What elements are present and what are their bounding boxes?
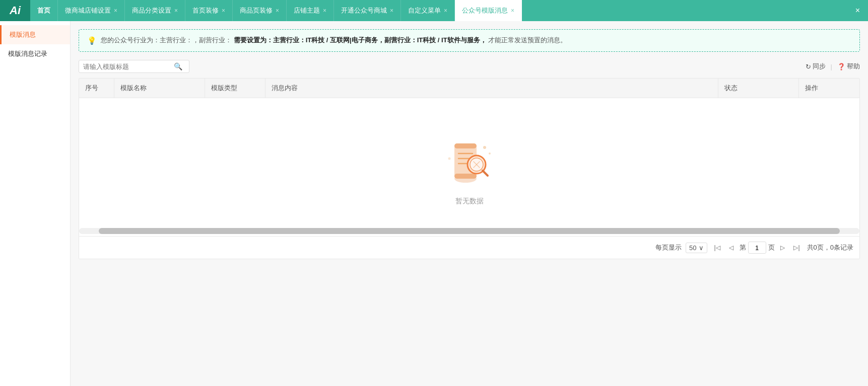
search-box[interactable]: 🔍 [79, 60, 189, 73]
close-store-theme[interactable]: × [323, 7, 326, 14]
svg-rect-3 [454, 174, 477, 179]
close-product-decoration[interactable]: × [276, 7, 279, 14]
col-content: 消息内容 [265, 79, 718, 98]
nav-tab-custom-menu[interactable]: 自定义菜单 × [401, 0, 455, 21]
nav-tab-mp-template-msg[interactable]: 公众号模版消息 × [455, 0, 522, 21]
svg-point-14 [448, 158, 450, 160]
svg-line-9 [483, 171, 488, 176]
nav-tab-product-decoration[interactable]: 商品页装修 × [233, 0, 287, 21]
search-input[interactable] [83, 63, 174, 70]
col-index: 序号 [79, 79, 114, 98]
sidebar: 模版消息 模版消息记录 [0, 21, 71, 386]
top-nav: Ai 首页 微商城店铺设置 × 商品分类设置 × 首页装修 × 商品页装修 × … [0, 0, 868, 21]
scrollbar-thumb[interactable] [99, 228, 840, 234]
toolbar: 🔍 ↻ 同步 | ❓ 帮助 [79, 60, 860, 73]
close-mp-template-msg[interactable]: × [511, 7, 514, 14]
horizontal-scrollbar[interactable] [79, 228, 859, 234]
nav-tab-store-theme[interactable]: 店铺主题 × [287, 0, 334, 21]
nav-tab-home-decoration[interactable]: 首页装修 × [185, 0, 233, 21]
app-logo: Ai [0, 0, 30, 21]
per-page-select[interactable]: 50 ∨ [686, 243, 707, 253]
table-header: 序号 模版名称 模版类型 消息内容 状态 操作 [79, 79, 859, 98]
pagination-nav: |◁ ◁ 第 页 ▷ ▷| [711, 242, 803, 254]
page-input[interactable] [748, 242, 766, 254]
help-button[interactable]: ❓ 帮助 [837, 62, 860, 71]
close-store-settings[interactable]: × [114, 7, 117, 14]
svg-point-13 [489, 152, 491, 155]
toolbar-divider: | [831, 63, 832, 70]
nav-tab-category-settings[interactable]: 商品分类设置 × [125, 0, 185, 21]
last-page-button[interactable]: ▷| [791, 242, 803, 254]
col-name: 模版名称 [114, 79, 205, 98]
svg-point-12 [483, 146, 486, 149]
help-icon: ❓ [837, 63, 845, 70]
sidebar-item-template-msg-record[interactable]: 模版消息记录 [0, 44, 70, 63]
col-action: 操作 [799, 79, 859, 98]
sync-button[interactable]: ↻ 同步 [806, 62, 826, 71]
search-icon[interactable]: 🔍 [174, 62, 182, 70]
total-count: 共0页，0条记录 [807, 243, 853, 252]
main-layout: 模版消息 模版消息记录 💡 您的公众号行业为：主营行业：，副营行业： 需要设置为… [0, 21, 868, 386]
close-all-tabs[interactable]: × [847, 0, 868, 21]
chevron-down-icon: ∨ [699, 244, 704, 252]
col-type: 模版类型 [205, 79, 265, 98]
close-category-settings[interactable]: × [174, 7, 178, 14]
close-home-decoration[interactable]: × [222, 7, 225, 14]
empty-text: 暂无数据 [455, 197, 484, 206]
table-wrapper: 序号 模版名称 模版类型 消息内容 状态 操作 [79, 78, 860, 259]
empty-state: 暂无数据 [79, 98, 859, 226]
svg-rect-2 [454, 143, 477, 148]
toolbar-right: ↻ 同步 | ❓ 帮助 [806, 62, 860, 71]
nav-tab-home[interactable]: 首页 [30, 0, 58, 21]
pagination: 每页显示 50 ∨ |◁ ◁ 第 页 ▷ ▷| 共0页，0条记录 [79, 236, 859, 259]
first-page-button[interactable]: |◁ [711, 242, 723, 254]
sync-icon: ↻ [806, 63, 811, 70]
sidebar-item-template-msg[interactable]: 模版消息 [0, 25, 70, 44]
col-status: 状态 [718, 79, 799, 98]
empty-illustration [439, 128, 500, 189]
close-custom-menu[interactable]: × [444, 7, 447, 14]
content-area: 💡 您的公众号行业为：主营行业：，副营行业： 需要设置为：主营行业：IT科技 /… [71, 21, 868, 386]
notice-text: 您的公众号行业为：主营行业：，副营行业： 需要设置为：主营行业：IT科技 / 互… [101, 36, 567, 45]
prev-page-button[interactable]: ◁ [725, 242, 738, 254]
next-page-button[interactable]: ▷ [777, 242, 789, 254]
notice-bar: 💡 您的公众号行业为：主营行业：，副营行业： 需要设置为：主营行业：IT科技 /… [79, 29, 860, 52]
notice-icon: 💡 [87, 36, 97, 45]
nav-tab-open-mp-store[interactable]: 开通公众号商城 × [334, 0, 401, 21]
nav-tab-store-settings[interactable]: 微商城店铺设置 × [58, 0, 125, 21]
close-open-mp-store[interactable]: × [390, 7, 393, 14]
